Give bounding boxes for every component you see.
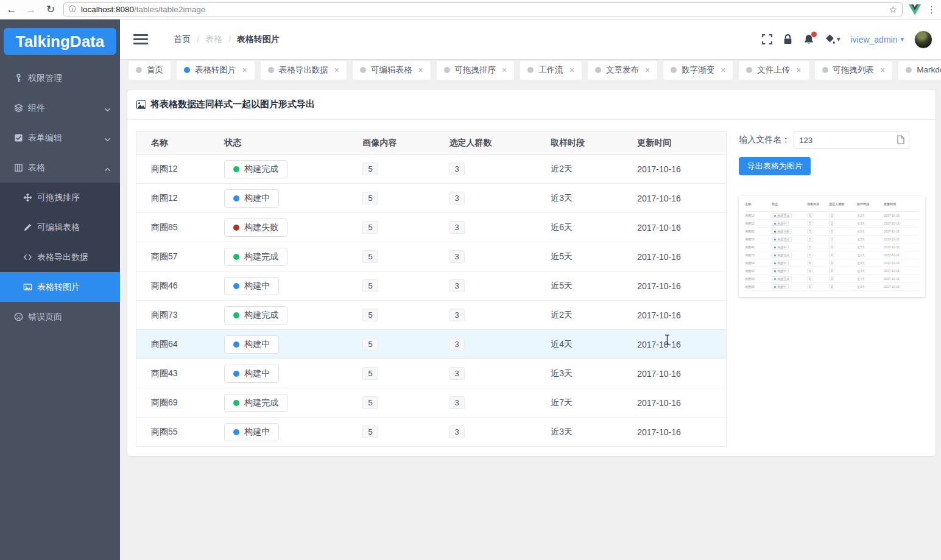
tab-close-icon[interactable]: × [502,65,507,75]
table-row[interactable]: 商圈12构建中53近3天2017-10-16 [136,184,727,213]
breadcrumb-home[interactable]: 首页 [174,34,191,45]
preview-cell: 近3天 [857,267,884,275]
breadcrumb: 首页 / 表格 / 表格转图片 [174,34,280,45]
tab-close-icon[interactable]: × [880,65,885,75]
status-badge[interactable]: 构建完成 [224,394,287,412]
column-header: 取样时段 [536,131,622,155]
table-row[interactable]: 商圈43构建中53近3天2017-10-16 [136,359,727,388]
sidebar-item-permission[interactable]: 权限管理 [0,63,120,93]
status-dot-icon [233,341,239,348]
sidebar-item-components[interactable]: 组件 [0,93,120,123]
filename-label: 输入文件名： [739,135,790,145]
url-bar[interactable]: ⓘ localhost:8080/tables/table2image ☆ [63,2,903,16]
column-header: 选定人群数 [434,131,536,155]
tab-editable-table[interactable]: 可编辑表格× [353,61,431,80]
tab-number-gradient[interactable]: 数字渐变× [663,61,733,80]
back-icon[interactable]: ← [5,4,18,15]
user-menu[interactable]: iview_admin ▾ [850,35,904,44]
table-row[interactable]: 商圈55构建中53近3天2017-10-16 [136,418,727,447]
tab-close-icon[interactable]: × [242,65,247,75]
status-badge[interactable]: 构建完成 [224,248,287,266]
tab-status-dot [595,67,601,73]
tab-status-dot [184,67,190,73]
status-badge[interactable]: 构建中 [224,189,279,208]
preview-cell: 商圈43 [745,267,772,275]
sidebar-item-error-page[interactable]: 错误页面 [0,302,120,332]
preview-cell: 商圈85 [745,228,772,236]
table-row[interactable]: 商圈46构建中53近5天2017-10-16 [136,271,727,301]
tab-table-export[interactable]: 表格导出数据× [261,61,347,80]
hamburger-menu-icon[interactable] [133,32,148,47]
tab-close-icon[interactable]: × [645,65,650,75]
tab-close-icon[interactable]: × [418,65,423,75]
tab-table2image[interactable]: 表格转图片× [177,61,255,80]
people-count-badge: 3 [449,192,464,205]
fullscreen-icon[interactable] [762,34,772,44]
cell-updated: 2017-10-16 [622,301,727,330]
tab-close-icon[interactable]: × [721,65,725,75]
vue-devtools-icon[interactable] [909,4,921,15]
tab-workflow[interactable]: 工作流× [520,61,582,80]
sidebar-item-label: 表格 [28,163,104,173]
tab-label: 文件上传 [757,65,790,75]
table-row[interactable]: 商圈85构建失败53近6天2017-10-16 [136,213,727,242]
tab-close-icon[interactable]: × [796,65,801,75]
tab-file-upload[interactable]: 文件上传× [739,61,808,80]
page-info-icon[interactable]: ⓘ [69,4,76,15]
sidebar-item-drag-sort[interactable]: 可拖拽排序 [0,183,120,212]
tab-markdown-editor[interactable]: Markdown编辑器× [898,61,941,80]
filename-input[interactable] [794,131,909,149]
bell-icon[interactable] [803,34,814,45]
browser-toolbar: ← → ↻ ⓘ localhost:8080/tables/table2imag… [0,0,941,19]
status-badge[interactable]: 构建失败 [224,219,287,237]
portrait-count-badge: 5 [362,338,378,351]
tab-label: 表格转图片 [195,65,236,75]
status-badge[interactable]: 构建中 [224,365,279,383]
status-badge[interactable]: 构建中 [224,277,279,295]
status-label: 构建完成 [244,310,278,321]
sidebar-item-editable-table[interactable]: 可编辑表格 [0,212,120,242]
browser-menu-icon[interactable]: ⋮ [927,4,936,15]
status-label: 构建中 [244,193,270,204]
lock-icon[interactable] [783,34,793,44]
tab-drag-sort[interactable]: 可拖拽排序× [437,61,515,80]
forward-icon[interactable]: → [24,4,38,15]
bookmark-star-icon[interactable]: ☆ [889,4,897,15]
theme-switch-icon[interactable]: ▾ [825,35,841,44]
status-badge[interactable]: 构建完成 [224,160,287,178]
status-dot-icon [233,400,239,406]
sidebar-item-table-export[interactable]: 表格导出数据 [0,242,120,272]
cell-name: 商圈43 [136,359,210,388]
tab-status-dot [444,67,450,73]
tab-drag-list[interactable]: 可拖拽列表× [815,61,893,80]
status-badge[interactable]: 构建完成 [224,306,287,324]
table-row[interactable]: 商圈73构建完成53近2天2017-10-16 [136,301,727,330]
status-label: 构建完成 [244,251,278,262]
preview-column-header: 取样时段 [857,202,884,212]
avatar[interactable] [914,30,932,49]
portrait-count-badge: 5 [362,250,378,263]
file-icon [897,135,904,144]
sidebar-item-label: 可编辑表格 [37,222,80,233]
tab-close-icon[interactable]: × [334,65,339,75]
sidebar-item-tables[interactable]: 表格 [0,153,120,183]
tab-article-publish[interactable]: 文章发布× [588,61,657,80]
tab-label: 可拖拽排序 [455,65,496,75]
tab-home[interactable]: 首页 [129,61,171,80]
refresh-icon[interactable]: ↻ [44,4,57,15]
sidebar-item-label: 错误页面 [28,312,110,323]
sidebar-item-table2image[interactable]: 表格转图片 [0,272,120,302]
table-row[interactable]: 商圈69构建完成53近7天2017-10-16 [136,388,727,418]
status-badge[interactable]: 构建中 [224,335,279,354]
table-row[interactable]: 商圈12构建完成53近2天2017-10-16 [136,155,727,184]
export-button[interactable]: 导出表格为图片 [739,157,811,175]
tab-close-icon[interactable]: × [569,65,574,75]
status-badge[interactable]: 构建中 [224,423,279,441]
preview-cell: 5 [807,275,829,283]
table-row[interactable]: 商圈57构建完成53近5天2017-10-16 [136,242,727,271]
sidebar-item-form-edit[interactable]: 表单编辑 [0,123,120,153]
preview-cell: 2017-10-16 [884,267,919,275]
sidebar-submenu-tables: 可拖拽排序可编辑表格表格导出数据表格转图片 [0,183,120,302]
preview-cell: 3 [829,275,857,283]
table-row[interactable]: 商圈64构建中53近4天2017-10-16 [136,330,727,359]
